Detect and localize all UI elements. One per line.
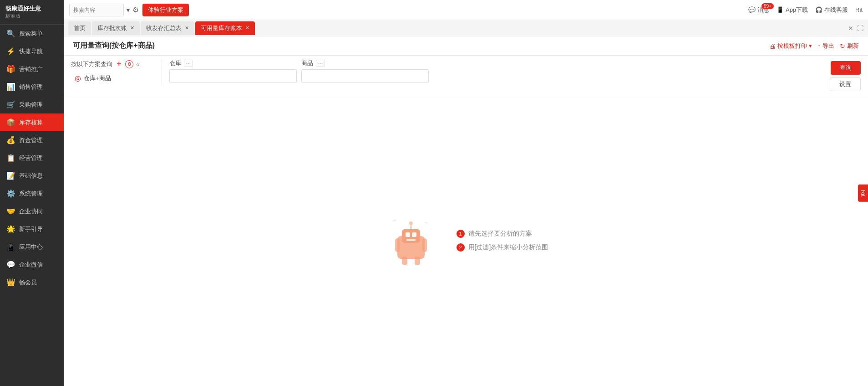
right-handle-label: Rit [860, 190, 866, 196]
headset-icon: 🎧 [815, 6, 822, 13]
mobile-icon: 📱 [6, 242, 15, 251]
query-button[interactable]: 查询 [831, 61, 861, 75]
cart-icon: 🛒 [6, 100, 15, 109]
tab-batch-account[interactable]: 库存批次账 ✕ [92, 21, 140, 35]
app-download-item[interactable]: 📱 App下载 [777, 6, 808, 14]
print-icon: 🖨 [769, 42, 776, 50]
sidebar-item-shortcut[interactable]: ⚡ 快捷导航 [0, 42, 64, 60]
svg-text:~: ~ [393, 218, 396, 223]
sidebar-item-label: 搜索菜单 [19, 30, 43, 38]
sidebar-item-operations[interactable]: 📋 经营管理 [0, 149, 64, 167]
page-header-actions: 🖨 按模板打印 ▾ ↑ 导出 ↻ 刷新 [769, 42, 859, 50]
export-button[interactable]: ↑ 导出 [817, 42, 834, 50]
close-window-button[interactable]: ✕ [848, 25, 853, 32]
sidebar-item-finance[interactable]: 💰 资金管理 [0, 131, 64, 149]
search-icon: 🔍 [6, 29, 15, 38]
tab-close-icon[interactable]: ✕ [130, 25, 134, 31]
scheme-item-warehouse-goods[interactable]: ◎ 仓库+商品 [71, 72, 156, 85]
goods-more-button[interactable]: ··· [316, 60, 325, 67]
scheme-collapse-button[interactable]: « [136, 61, 140, 68]
tab-home[interactable]: 首页 [68, 21, 91, 35]
print-template-button[interactable]: 🖨 按模板打印 ▾ [769, 42, 812, 50]
settings-button[interactable]: 设置 [830, 77, 861, 91]
scheme-add-button[interactable]: ＋ [115, 59, 122, 69]
message-icon: 💬 [748, 6, 756, 13]
filter-section: 仓库 ··· 商品 ··· [162, 59, 830, 83]
settings-icon[interactable]: ⚙ [132, 5, 139, 14]
box-icon: 📦 [6, 118, 15, 127]
lightning-icon: ⚡ [6, 47, 15, 56]
sidebar-item-app-center[interactable]: 📱 应用中心 [0, 238, 64, 256]
sidebar-item-label: 企业微信 [19, 261, 43, 269]
topbar: ▾ ⚙ 体验行业方案 💬 消息 99+ 📱 App下载 🎧 在线客服 Rit [64, 0, 868, 20]
maximize-window-button[interactable]: ⛶ [857, 25, 863, 32]
svg-rect-5 [395, 238, 400, 252]
user-name: Rit [855, 6, 863, 13]
svg-rect-2 [406, 232, 410, 237]
tab-batch-account-label: 库存批次账 [97, 24, 127, 32]
filter-warehouse-input[interactable] [169, 69, 297, 83]
empty-text-area: 1 请先选择要分析的方案 2 用[过滤]条件来缩小分析范围 [457, 230, 548, 252]
empty-step-1: 1 请先选择要分析的方案 [457, 230, 548, 238]
empty-step-2: 2 用[过滤]条件来缩小分析范围 [457, 243, 548, 252]
industry-solution-button[interactable]: 体验行业方案 [142, 4, 189, 16]
sidebar-item-basic-info[interactable]: 📝 基础信息 [0, 167, 64, 185]
scheme-settings-button[interactable]: ⚙ [125, 60, 133, 68]
sidebar-item-corp-wechat[interactable]: 💬 企业微信 [0, 256, 64, 273]
tab-receive-summary[interactable]: 收发存汇总表 ✕ [141, 21, 194, 35]
sidebar-item-sales[interactable]: 📊 销售管理 [0, 78, 64, 96]
sidebar-item-label: 企业协同 [19, 207, 43, 216]
warehouse-more-button[interactable]: ··· [184, 60, 193, 67]
main-content: ▾ ⚙ 体验行业方案 💬 消息 99+ 📱 App下载 🎧 在线客服 Rit [64, 0, 868, 386]
tab-close-icon[interactable]: ✕ [185, 25, 189, 31]
sidebar-item-search[interactable]: 🔍 搜索菜单 [0, 25, 64, 42]
chart-icon: 📊 [6, 82, 15, 91]
sidebar-nav: 🔍 搜索菜单 ⚡ 快捷导航 🎁 营销推广 📊 销售管理 🛒 采购管理 📦 库存核… [0, 25, 64, 386]
refresh-button[interactable]: ↻ 刷新 [840, 42, 859, 50]
query-btn-area: 查询 设置 [830, 59, 861, 91]
sidebar: 畅康通好生意 标准版 🔍 搜索菜单 ⚡ 快捷导航 🎁 营销推广 📊 销售管理 🛒… [0, 0, 64, 386]
sidebar-item-marketing[interactable]: 🎁 营销推广 [0, 60, 64, 78]
message-badge[interactable]: 💬 消息 99+ [748, 6, 769, 14]
filter-goods-input[interactable] [301, 69, 429, 83]
gift-icon: 🎁 [6, 65, 15, 73]
empty-svg-icon: ~ ~ [384, 213, 438, 268]
svg-rect-6 [422, 238, 427, 252]
clipboard-icon: 📋 [6, 154, 15, 162]
tab-receive-summary-label: 收发存汇总表 [146, 24, 182, 32]
sidebar-item-label: 系统管理 [19, 190, 43, 198]
sidebar-logo: 畅康通好生意 标准版 [0, 0, 64, 25]
online-service-item[interactable]: 🎧 在线客服 [815, 6, 848, 14]
tab-available-ledger[interactable]: 可用量库存账本 ✕ [195, 21, 255, 35]
sidebar-item-label: 销售管理 [19, 83, 43, 91]
sidebar-item-label: 快捷导航 [19, 47, 43, 56]
empty-step-2-text: 用[过滤]条件来缩小分析范围 [468, 243, 548, 252]
sidebar-item-corp-collab[interactable]: 🤝 企业协同 [0, 202, 64, 220]
filter-warehouse-label: 仓库 ··· [169, 59, 297, 67]
tab-close-icon[interactable]: ✕ [245, 25, 249, 31]
scheme-item-icon: ◎ [75, 74, 81, 82]
sidebar-item-label: 资金管理 [19, 136, 43, 144]
filter-goods-field: 商品 ··· [301, 59, 429, 83]
sidebar-item-purchase[interactable]: 🛒 采购管理 [0, 96, 64, 113]
refresh-icon: ↻ [840, 42, 845, 50]
filter-goods-label: 商品 ··· [301, 59, 429, 67]
user-info[interactable]: Rit [855, 6, 863, 13]
refresh-label: 刷新 [847, 42, 859, 50]
sidebar-item-inventory[interactable]: 📦 库存核算 [0, 113, 64, 131]
right-side-handle[interactable]: Rit [858, 184, 868, 202]
crown-icon: 👑 [6, 278, 15, 287]
sidebar-item-label: 新手引导 [19, 225, 43, 233]
sidebar-item-system[interactable]: ⚙️ 系统管理 [0, 185, 64, 202]
topbar-right-actions: 💬 消息 99+ 📱 App下载 🎧 在线客服 Rit [748, 6, 863, 14]
topbar-search-input[interactable] [69, 4, 124, 16]
export-icon: ↑ [817, 42, 821, 50]
dropdown-arrow-icon[interactable]: ▾ [127, 6, 130, 14]
svg-rect-8 [415, 257, 420, 265]
sidebar-item-vip[interactable]: 👑 畅会员 [0, 273, 64, 291]
sidebar-item-new-guide[interactable]: 🌟 新手引导 [0, 220, 64, 238]
print-dropdown-icon[interactable]: ▾ [809, 42, 812, 49]
scheme-header: 按以下方案查询 ＋ ⚙ « [71, 59, 156, 69]
tab-available-ledger-label: 可用量库存账本 [201, 24, 242, 32]
sidebar-item-label: 营销推广 [19, 65, 43, 73]
